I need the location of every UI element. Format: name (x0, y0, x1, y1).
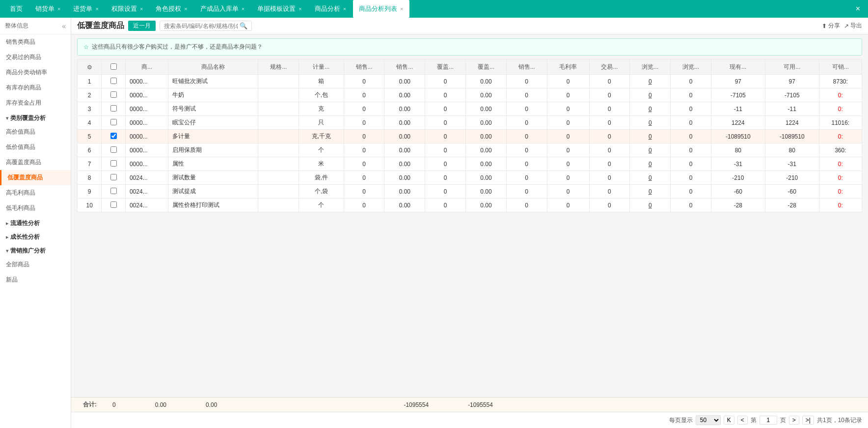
row-no: 10 (78, 199, 102, 212)
row-no: 7 (78, 157, 102, 171)
page-number-input[interactable] (760, 416, 777, 425)
sidebar-item-low-value[interactable]: 低价值商品 (0, 140, 71, 155)
row-trade: 0 (589, 88, 630, 102)
row-browse1[interactable]: 0 (630, 102, 671, 116)
export-button[interactable]: ↗ 导出 (844, 22, 862, 30)
row-checkbox[interactable] (102, 130, 126, 143)
sidebar-item-high-coverage[interactable]: 高覆盖度商品 (0, 155, 71, 170)
select-all-checkbox[interactable] (110, 63, 117, 70)
close-icon[interactable]: × (184, 6, 187, 12)
last-page-button[interactable]: >| (802, 416, 814, 425)
nav-permission[interactable]: 权限设置 × (106, 0, 149, 18)
sidebar-group-growth[interactable]: ▸ 成长性分析 (0, 229, 71, 243)
prev-page-button[interactable]: < (737, 416, 748, 425)
sidebar-item-sales-goods[interactable]: 销售类商品 (0, 34, 71, 50)
sidebar-item-low-profit[interactable]: 低毛利商品 (0, 200, 71, 216)
nav-template[interactable]: 单据模板设置 × (251, 0, 307, 18)
col-sellable: 可销... (819, 60, 862, 75)
row-sellable: 0: (819, 185, 862, 199)
sidebar-collapse-button[interactable]: « (62, 22, 66, 30)
nav-purchase[interactable]: 进货单 × (67, 0, 104, 18)
close-icon[interactable]: × (57, 6, 60, 12)
row-checkbox[interactable] (102, 185, 126, 199)
close-icon[interactable]: × (400, 6, 403, 12)
row-browse1[interactable]: 0 (630, 171, 671, 185)
close-icon[interactable]: × (95, 6, 98, 12)
row-checkbox[interactable] (102, 171, 126, 185)
row-select-checkbox[interactable] (110, 146, 117, 153)
row-browse1[interactable]: 0 (630, 75, 671, 88)
row-sales3: 0 (506, 75, 547, 88)
period-button[interactable]: 近一月 (128, 21, 156, 31)
sidebar-group-marketing[interactable]: ▾ 营销推广分析 (0, 243, 71, 257)
table-row: 3 0000... 符号测试 克 0 0.00 0 0.00 0 0 0 0 0… (78, 102, 862, 116)
search-box: 🔍 (160, 21, 252, 31)
nav-home[interactable]: 首页 (4, 0, 28, 18)
row-unit: 个 (299, 199, 344, 212)
close-icon[interactable]: × (242, 6, 244, 12)
per-page-select[interactable]: 50 10 20 100 (696, 415, 721, 425)
row-sales3: 0 (506, 143, 547, 157)
sidebar-item-stock-funds[interactable]: 库存资金占用 (0, 95, 71, 111)
row-select-checkbox[interactable] (110, 174, 117, 180)
row-select-checkbox[interactable] (110, 78, 117, 84)
sidebar-group-flow[interactable]: ▸ 流通性分析 (0, 216, 71, 229)
sidebar-group-coverage[interactable]: ▾ 类别覆盖分析 (0, 111, 71, 124)
row-select-checkbox[interactable] (110, 160, 117, 167)
nav-sales[interactable]: 销货单 × (29, 0, 66, 18)
row-gross-margin: 0 (547, 185, 589, 199)
sidebar-item-low-coverage[interactable]: 低覆盖度商品 (0, 170, 71, 185)
row-browse2: 0 (671, 88, 711, 102)
per-page-label: 每页显示 (669, 416, 693, 425)
sidebar-item-new-goods[interactable]: 新品 (0, 272, 71, 287)
window-close-button[interactable]: × (852, 4, 864, 13)
row-checkbox[interactable] (102, 75, 126, 88)
sidebar-item-high-profit[interactable]: 高毛利商品 (0, 185, 71, 200)
row-checkbox[interactable] (102, 199, 126, 212)
col-sales-amt: 销售... (384, 60, 425, 75)
row-select-checkbox[interactable] (110, 201, 117, 208)
row-checkbox[interactable] (102, 157, 126, 171)
row-checkbox[interactable] (102, 88, 126, 102)
row-browse1[interactable]: 0 (630, 116, 671, 130)
col-cover2: 覆盖... (466, 60, 507, 75)
sidebar-item-traded-goods[interactable]: 交易过的商品 (0, 50, 71, 65)
row-browse1[interactable]: 0 (630, 157, 671, 171)
row-name: 符号测试 (168, 102, 258, 116)
row-trade: 0 (589, 157, 630, 171)
search-input[interactable] (164, 23, 238, 29)
nav-role[interactable]: 角色授权 × (150, 0, 193, 18)
row-unit: 袋,件 (299, 171, 344, 185)
row-select-checkbox[interactable] (110, 91, 117, 98)
next-page-button[interactable]: > (789, 416, 799, 425)
nav-production[interactable]: 产成品入库单 × (194, 0, 250, 18)
nav-analysis[interactable]: 商品分析 × (309, 0, 352, 18)
row-spec (258, 199, 299, 212)
share-button[interactable]: ⬆ 分享 (822, 22, 840, 30)
row-available-stock: 1224 (765, 116, 819, 130)
row-available-stock: -1089510 (765, 130, 819, 143)
sidebar-item-stocked-goods[interactable]: 有库存的商品 (0, 80, 71, 95)
sidebar-item-high-value[interactable]: 高价值商品 (0, 124, 71, 140)
row-checkbox[interactable] (102, 143, 126, 157)
col-current-stock: 现有... (711, 60, 765, 75)
row-checkbox[interactable] (102, 102, 126, 116)
row-browse1[interactable]: 0 (630, 143, 671, 157)
close-icon[interactable]: × (140, 6, 143, 12)
row-browse1[interactable]: 0 (630, 130, 671, 143)
sidebar-item-category-rate[interactable]: 商品分类动销率 (0, 65, 71, 80)
row-browse1[interactable]: 0 (630, 199, 671, 212)
row-browse1[interactable]: 0 (630, 88, 671, 102)
col-settings[interactable]: ⚙ (78, 60, 102, 75)
row-select-checkbox[interactable] (110, 188, 117, 194)
close-icon[interactable]: × (298, 6, 301, 12)
nav-analysis-list[interactable]: 商品分析列表 × (353, 0, 409, 18)
row-browse1[interactable]: 0 (630, 185, 671, 199)
first-page-button[interactable]: K (724, 416, 734, 425)
row-select-checkbox[interactable] (110, 119, 117, 125)
close-icon[interactable]: × (343, 6, 346, 12)
row-select-checkbox[interactable] (110, 105, 117, 112)
row-select-checkbox[interactable] (110, 133, 117, 139)
row-checkbox[interactable] (102, 116, 126, 130)
sidebar-item-all-goods[interactable]: 全部商品 (0, 257, 71, 272)
